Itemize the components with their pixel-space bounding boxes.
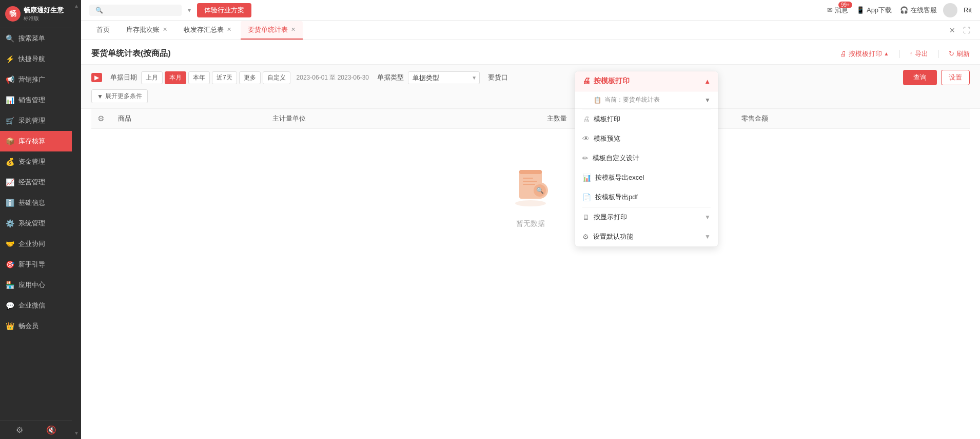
dropdown-header: 🖨 按模板打印 ▲ <box>575 71 718 91</box>
column-settings-icon[interactable]: ⚙ <box>97 114 104 123</box>
page-title: 要货单统计表(按商品) <box>91 48 171 59</box>
col-goods: 商品 <box>112 109 266 129</box>
print-btn[interactable]: 🖨 按模板打印 ▲ <box>840 49 889 59</box>
type-select[interactable]: 单据类型 <box>408 71 480 84</box>
template-print-item[interactable]: 🖨 模板打印 <box>575 109 718 129</box>
export-btn[interactable]: ↑ 导出 <box>910 49 929 59</box>
current-arrow: ▼ <box>704 97 711 104</box>
tab-receivable-summary[interactable]: 收发存汇总表 ✕ <box>177 21 239 40</box>
tab-close-order-stats[interactable]: ✕ <box>291 26 296 33</box>
svg-text:🔍: 🔍 <box>536 186 543 194</box>
sidebar-item-system[interactable]: ⚙️ 系统管理 <box>0 213 72 234</box>
sidebar-nav: 🔍 搜索菜单 ⚡ 快捷导航 📢 营销推广 📊 销售管理 🛒 采购管理 📦 <box>0 28 72 421</box>
window-controls: ✕ ⛶ <box>947 25 972 35</box>
col-settings: ⚙ <box>91 109 112 129</box>
sidebar-item-operations[interactable]: 📈 经营管理 <box>0 172 72 193</box>
sidebar-item-sales[interactable]: 📊 销售管理 <box>0 90 72 110</box>
search-header-icon: 🔍 <box>95 7 103 14</box>
expand-left-btn[interactable]: ▶ <box>91 73 102 82</box>
type-filter-group: 单据类型 单据类型 ▼ <box>377 71 480 84</box>
template-export-pdf-item[interactable]: 📄 按模板导出pdf <box>575 187 718 207</box>
app-download-btn[interactable]: 📱 App下载 <box>856 6 892 15</box>
scroll-up-arrow[interactable]: ▲ <box>73 1 80 11</box>
member-icon: 👑 <box>5 321 14 331</box>
sidebar-item-inventory[interactable]: 📦 库存核算 <box>0 131 72 151</box>
template-export-excel-item[interactable]: 📊 按模板导出excel <box>575 168 718 187</box>
custom-date-btn[interactable]: 自定义 <box>263 71 290 84</box>
purchase-icon: 🛒 <box>5 116 14 125</box>
sidebar-item-finance[interactable]: 💰 资金管理 <box>0 151 72 172</box>
more-date-btn[interactable]: 更多 <box>239 71 261 84</box>
sidebar-item-member[interactable]: 👑 畅会员 <box>0 316 72 336</box>
query-btn[interactable]: 查询 <box>903 70 937 85</box>
dropdown-collapse-btn[interactable]: ▲ <box>704 78 711 85</box>
this-year-btn[interactable]: 本年 <box>188 71 210 84</box>
this-month-btn[interactable]: 本月 <box>165 71 186 84</box>
sidebar-item-appstore[interactable]: 🏪 应用中心 <box>0 275 72 295</box>
message-badge: 99+ <box>838 2 852 8</box>
header-search[interactable]: 🔍 <box>89 5 182 16</box>
customer-service-btn[interactable]: 🎧 在线客服 <box>900 6 937 15</box>
default-func-arrow: ▼ <box>704 233 711 240</box>
close-window-btn[interactable]: ✕ <box>947 25 957 35</box>
svg-rect-8 <box>523 184 535 185</box>
expand-conditions-btn[interactable]: ▼ 展开更多条件 <box>91 89 148 103</box>
sidebar-item-search[interactable]: 🔍 搜索菜单 <box>0 28 72 49</box>
maximize-window-btn[interactable]: ⛶ <box>962 25 972 35</box>
page-toolbar: 🖨 按模板打印 ▲ ｜ ↑ 导出 ｜ ↻ 刷新 <box>840 48 970 59</box>
refresh-btn[interactable]: ↻ 刷新 <box>949 49 970 59</box>
page-header: 要货单统计表(按商品) 🖨 按模板打印 ▲ ｜ ↑ 导出 ｜ ↻ <box>81 40 980 64</box>
appstore-icon: 🏪 <box>5 280 14 290</box>
marketing-icon: 📢 <box>5 75 14 84</box>
sidebar-item-basic[interactable]: ℹ️ 基础信息 <box>0 193 72 213</box>
guide-icon: 🎯 <box>5 260 14 269</box>
template-preview-item[interactable]: 👁 模板预览 <box>575 129 718 148</box>
finance-icon: 💰 <box>5 157 14 166</box>
template-design-item[interactable]: ✏ 模板自定义设计 <box>575 148 718 168</box>
last-month-btn[interactable]: 上月 <box>141 71 163 84</box>
last-7-days-btn[interactable]: 近7天 <box>212 71 237 84</box>
tab-close-receivable[interactable]: ✕ <box>227 26 231 33</box>
tab-home[interactable]: 首页 <box>89 21 117 40</box>
inventory-icon: 📦 <box>5 137 14 146</box>
goods-filter-group: 要货口 <box>488 73 508 82</box>
top-header: 🔍 ▾ 体验行业方案 ✉ 消息 99+ 📱 App下载 🎧 在线客服 <box>81 0 980 21</box>
collab-icon: 🤝 <box>5 239 14 249</box>
header-dropdown[interactable]: ▾ <box>188 7 191 14</box>
experience-btn[interactable]: 体验行业方案 <box>197 3 251 17</box>
date-buttons: 上月 本月 本年 近7天 更多 自定义 <box>141 71 290 84</box>
tab-close-inventory-batch[interactable]: ✕ <box>163 26 167 33</box>
scroll-down-arrow[interactable]: ▼ <box>73 428 80 438</box>
dropdown-title: 🖨 按模板打印 <box>582 77 630 86</box>
data-table: ⚙ 商品 主计量单位 主数量 零售金额 <box>91 109 970 129</box>
mute-footer-btn[interactable]: 🔇 <box>46 425 56 435</box>
username-label: Rit <box>964 6 972 14</box>
filter-area: ▶ 单据日期 上月 本月 本年 近7天 更多 自定义 2023-06-01 至 … <box>81 64 980 109</box>
tab-inventory-batch[interactable]: 库存批次账 ✕ <box>119 21 174 40</box>
sidebar-item-shortcut[interactable]: ⚡ 快捷导航 <box>0 49 72 69</box>
user-avatar[interactable] <box>943 3 957 17</box>
svg-rect-6 <box>523 178 533 179</box>
current-template-item[interactable]: 📋 当前：要货单统计表 ▼ <box>575 91 718 109</box>
sidebar-item-marketing[interactable]: 📢 营销推广 <box>0 69 72 90</box>
sidebar-item-purchase[interactable]: 🛒 采购管理 <box>0 110 72 131</box>
print-dropdown-arrow: ▲ <box>884 51 889 56</box>
default-func-item[interactable]: ⚙ 设置默认功能 ▼ <box>575 227 718 246</box>
print-item-icon: 🖨 <box>582 115 590 123</box>
tab-order-stats[interactable]: 要货单统计表 ✕ <box>241 21 303 40</box>
col-unit: 主计量单位 <box>266 109 541 129</box>
search-icon: 🔍 <box>5 34 14 43</box>
settings-footer-btn[interactable]: ⚙ <box>16 425 23 435</box>
col-amount: 零售金额 <box>735 109 970 129</box>
svg-rect-2 <box>519 170 542 174</box>
message-btn[interactable]: ✉ 消息 99+ <box>827 6 848 15</box>
display-print-item[interactable]: 🖥 按显示打印 ▼ <box>575 207 718 227</box>
system-icon: ⚙️ <box>5 219 14 228</box>
headset-icon: 🎧 <box>900 6 908 14</box>
sidebar-item-collab[interactable]: 🤝 企业协同 <box>0 234 72 254</box>
content-area: 要货单统计表(按商品) 🖨 按模板打印 ▲ ｜ ↑ 导出 ｜ ↻ <box>81 40 980 439</box>
sidebar-item-guide[interactable]: 🎯 新手引导 <box>0 254 72 275</box>
settings-filter-btn[interactable]: 设置 <box>941 70 970 85</box>
sidebar-item-wechat[interactable]: 💬 企业微信 <box>0 295 72 316</box>
display-print-icon: 🖥 <box>582 213 590 221</box>
